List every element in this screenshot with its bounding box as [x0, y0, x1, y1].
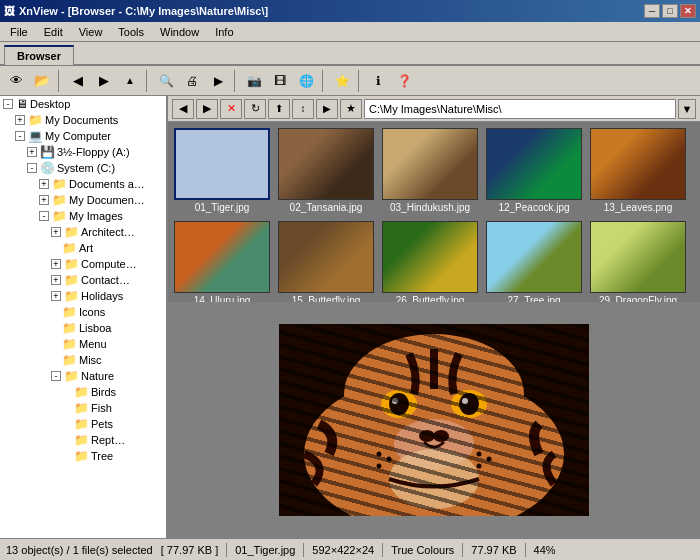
minimize-button[interactable]: ─	[644, 4, 660, 18]
toolbar-sep-4	[322, 70, 326, 92]
tree-item-nature[interactable]: - 📁 Nature	[0, 368, 166, 384]
tree-item-docsa[interactable]: + 📁 Documents a…	[0, 176, 166, 192]
addr-btn-fav[interactable]: ★	[340, 99, 362, 119]
toolbar-film[interactable]: 🎞	[268, 69, 292, 93]
expand-floppy[interactable]: +	[27, 147, 37, 157]
menu-window[interactable]: Window	[154, 24, 205, 40]
thumbnail-item[interactable]: 26_Butterfly.jpg	[380, 219, 480, 302]
tree-label-myimages: My Images	[69, 210, 123, 222]
svg-point-17	[477, 464, 482, 469]
expand-contact[interactable]: +	[51, 275, 61, 285]
expand-computer[interactable]: +	[51, 259, 61, 269]
maximize-button[interactable]: □	[662, 4, 678, 18]
toolbar-up[interactable]: ▲	[118, 69, 142, 93]
tree-label-birds: Birds	[91, 386, 116, 398]
tree-item-pets[interactable]: 📁 Pets	[0, 416, 166, 432]
expand-holidays[interactable]: +	[51, 291, 61, 301]
sidebar-tree: - 🖥 Desktop + 📁 My Documents - 💻 My Comp…	[0, 96, 168, 538]
tree-item-system[interactable]: - 💿 System (C:)	[0, 160, 166, 176]
tree-item-icons[interactable]: 📁 Icons	[0, 304, 166, 320]
tree-item-desktop[interactable]: - 🖥 Desktop	[0, 96, 166, 112]
addr-btn-stop[interactable]: ✕	[220, 99, 242, 119]
menu-tools[interactable]: Tools	[112, 24, 150, 40]
expand-nature[interactable]: -	[51, 371, 61, 381]
toolbar-help[interactable]: ❓	[392, 69, 416, 93]
expand-mydocsc[interactable]: +	[39, 195, 49, 205]
toolbar-search[interactable]: 🔍	[154, 69, 178, 93]
tree-item-mydocsc[interactable]: + 📁 My Documen…	[0, 192, 166, 208]
svg-point-1	[304, 374, 564, 516]
tab-browser[interactable]: Browser	[4, 45, 74, 65]
tree-item-art[interactable]: 📁 Art	[0, 240, 166, 256]
thumbnail-item[interactable]: 03_Hindukush.jpg	[380, 126, 480, 215]
addr-btn-back[interactable]: ◀	[172, 99, 194, 119]
svg-point-4	[451, 390, 487, 418]
svg-point-2	[344, 334, 524, 454]
tree-item-mycomp[interactable]: - 💻 My Computer	[0, 128, 166, 144]
toolbar-forward[interactable]: ▶	[92, 69, 116, 93]
status-objects: 13 object(s) / 1 file(s) selected	[6, 544, 153, 556]
address-dropdown[interactable]: ▼	[678, 99, 696, 119]
addr-btn-go[interactable]: ▶	[316, 99, 338, 119]
thumbnail-item[interactable]: 13_Leaves.png	[588, 126, 688, 215]
tree-item-architect[interactable]: + 📁 Architect…	[0, 224, 166, 240]
thumbnail-item[interactable]: 27_Tree.jpg	[484, 219, 584, 302]
addr-btn-forward[interactable]: ▶	[196, 99, 218, 119]
toolbar-back[interactable]: ◀	[66, 69, 90, 93]
svg-point-18	[389, 449, 479, 509]
address-input[interactable]: C:\My Images\Nature\Misc\	[364, 99, 676, 119]
toolbar-print[interactable]: 🖨	[180, 69, 204, 93]
close-button[interactable]: ✕	[680, 4, 696, 18]
thumbnail-label: 29_DragonFly.jpg	[599, 295, 677, 302]
status-bar: 13 object(s) / 1 file(s) selected [ 77.9…	[0, 538, 700, 560]
toolbar-folder[interactable]: 📂	[30, 69, 54, 93]
menu-file[interactable]: File	[4, 24, 34, 40]
expand-mydocs[interactable]: +	[15, 115, 25, 125]
thumbnail-item[interactable]: 02_Tansania.jpg	[276, 126, 376, 215]
thumbnail-item[interactable]: 29_DragonFly.jpg	[588, 219, 688, 302]
tree-item-floppy[interactable]: + 💾 3½-Floppy (A:)	[0, 144, 166, 160]
tree-item-lisboa[interactable]: 📁 Lisboa	[0, 320, 166, 336]
status-color: True Colours	[391, 544, 454, 556]
tree-item-mydocs[interactable]: + 📁 My Documents	[0, 112, 166, 128]
thumbnail-item[interactable]: 14_Uluru.jpg	[172, 219, 272, 302]
app-icon: 🖼	[4, 5, 15, 17]
tree-item-misc[interactable]: 📁 Misc	[0, 352, 166, 368]
menu-bar: File Edit View Tools Window Info	[0, 22, 700, 42]
tree-item-computer[interactable]: + 📁 Compute…	[0, 256, 166, 272]
menu-view[interactable]: View	[73, 24, 109, 40]
status-dimensions: 592×422×24	[312, 544, 374, 556]
addr-btn-home[interactable]: ⬆	[268, 99, 290, 119]
tree-item-myimages[interactable]: - 📁 My Images	[0, 208, 166, 224]
tree-item-holidays[interactable]: + 📁 Holidays	[0, 288, 166, 304]
tree-item-birds[interactable]: 📁 Birds	[0, 384, 166, 400]
tree-item-rept[interactable]: 📁 Rept…	[0, 432, 166, 448]
toolbar-slideshow[interactable]: ▶	[206, 69, 230, 93]
status-sep-5	[525, 543, 526, 557]
tree-label-art: Art	[79, 242, 93, 254]
toolbar-camera[interactable]: 📷	[242, 69, 266, 93]
tree-item-fish[interactable]: 📁 Fish	[0, 400, 166, 416]
toolbar-eye[interactable]: 👁	[4, 69, 28, 93]
addr-btn-sort[interactable]: ↕	[292, 99, 314, 119]
tree-item-menu[interactable]: 📁 Menu	[0, 336, 166, 352]
expand-mycomp[interactable]: -	[15, 131, 25, 141]
tree-item-tree[interactable]: 📁 Tree	[0, 448, 166, 464]
menu-info[interactable]: Info	[209, 24, 239, 40]
tree-label-mydocs: My Documents	[45, 114, 118, 126]
thumbnail-item[interactable]: 15_Butterfly.jpg	[276, 219, 376, 302]
expand-system[interactable]: -	[27, 163, 37, 173]
toolbar-globe[interactable]: 🌐	[294, 69, 318, 93]
expand-architect[interactable]: +	[51, 227, 61, 237]
thumbnail-item[interactable]: 01_Tiger.jpg	[172, 126, 272, 215]
svg-point-8	[462, 398, 468, 404]
addr-btn-refresh[interactable]: ↻	[244, 99, 266, 119]
expand-myimages[interactable]: -	[39, 211, 49, 221]
expand-desktop[interactable]: -	[3, 99, 13, 109]
menu-edit[interactable]: Edit	[38, 24, 69, 40]
toolbar-star[interactable]: ⭐	[330, 69, 354, 93]
thumbnail-item[interactable]: 12_Peacock.jpg	[484, 126, 584, 215]
expand-docsa[interactable]: +	[39, 179, 49, 189]
tree-item-contact[interactable]: + 📁 Contact…	[0, 272, 166, 288]
toolbar-info[interactable]: ℹ	[366, 69, 390, 93]
